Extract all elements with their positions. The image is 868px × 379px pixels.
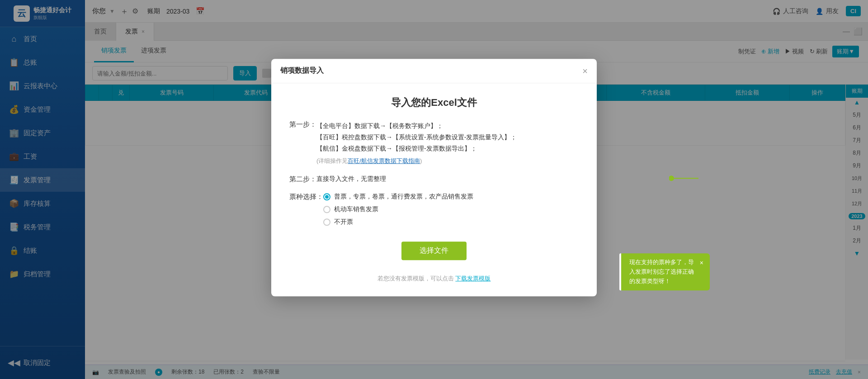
tooltip-box: × 现在支持的票种多了，导入发票时别忘了选择正确的发票类型呀！: [619, 253, 710, 290]
radio-inner-normal: [325, 195, 329, 199]
step1-line2: 【百旺】税控盘数据下载→【系统设置-系统参数设置-发票批量导入】；: [316, 132, 517, 143]
radio-none[interactable]: [323, 218, 330, 226]
step-1: 第一步： 【全电平台】数据下载→【税务数字账户】； 【百旺】税控盘数据下载→【系…: [289, 120, 579, 166]
tooltip-bar: [619, 253, 621, 290]
step1-hint: (详细操作见百旺/航信发票数据下载指南): [316, 156, 517, 166]
modal-body: 导入您的Excel文件 第一步： 【全电平台】数据下载→【税务数字账户】； 【百…: [271, 83, 597, 296]
ticket-section: 票种选择： 普票，专票，卷票，通行费发票，农产品销售发票 机动车销售发票: [289, 193, 579, 231]
step1-row: 第一步： 【全电平台】数据下载→【税务数字账户】； 【百旺】税控盘数据下载→【系…: [289, 120, 579, 166]
download-template-link[interactable]: 下载发票模版: [455, 275, 491, 282]
step1-line3: 【航信】金税盘数据下载→【报税管理-发票数据导出】；: [316, 143, 517, 155]
modal-header: 销项数据导入 ×: [271, 59, 597, 83]
tooltip-content: × 现在支持的票种多了，导入发票时别忘了选择正确的发票类型呀！: [626, 258, 703, 286]
modal-close-button[interactable]: ×: [582, 66, 588, 76]
step2-text: 直接导入文件，无需整理: [316, 175, 386, 184]
ticket-motor-label: 机动车销售发票: [334, 205, 378, 213]
ticket-option-normal[interactable]: 普票，专票，卷票，通行费发票，农产品销售发票: [323, 193, 473, 201]
ticket-options: 普票，专票，卷票，通行费发票，农产品销售发票 机动车销售发票 不开票: [323, 193, 473, 231]
ticket-option-motor[interactable]: 机动车销售发票: [323, 205, 473, 213]
modal-hint: 若您没有发票模版，可以点击 下载发票模版: [289, 275, 579, 283]
select-file-button[interactable]: 选择文件: [401, 242, 467, 260]
ticket-label: 票种选择：: [289, 193, 323, 201]
step1-line1: 【全电平台】数据下载→【税务数字账户】；: [316, 120, 517, 132]
guide-link[interactable]: 百旺/航信发票数据下载指南: [348, 157, 420, 164]
ticket-row: 票种选择： 普票，专票，卷票，通行费发票，农产品销售发票 机动车销售发票: [289, 193, 579, 231]
modal-title: 销项数据导入: [280, 66, 324, 76]
step2-label: 第二步：: [289, 175, 316, 184]
step1-content: 【全电平台】数据下载→【税务数字账户】； 【百旺】税控盘数据下载→【系统设置-系…: [316, 120, 517, 166]
tooltip-connector: [669, 174, 701, 183]
ticket-none-label: 不开票: [334, 218, 353, 226]
tooltip-close-btn[interactable]: ×: [700, 258, 703, 268]
step1-label: 第一步：: [289, 120, 316, 129]
ticket-option-none[interactable]: 不开票: [323, 218, 473, 226]
step2-row: 第二步： 直接导入文件，无需整理: [289, 175, 579, 184]
radio-motor[interactable]: [323, 206, 330, 213]
step-2: 第二步： 直接导入文件，无需整理: [289, 175, 579, 184]
modal-footer: 选择文件: [289, 242, 579, 269]
radio-normal[interactable]: [323, 193, 330, 200]
modal-main-title: 导入您的Excel文件: [289, 96, 579, 109]
ticket-normal-label: 普票，专票，卷票，通行费发票，农产品销售发票: [334, 193, 473, 201]
import-modal: 销项数据导入 × 导入您的Excel文件 第一步： 【全电平台】数据下载→【税务…: [271, 59, 597, 296]
